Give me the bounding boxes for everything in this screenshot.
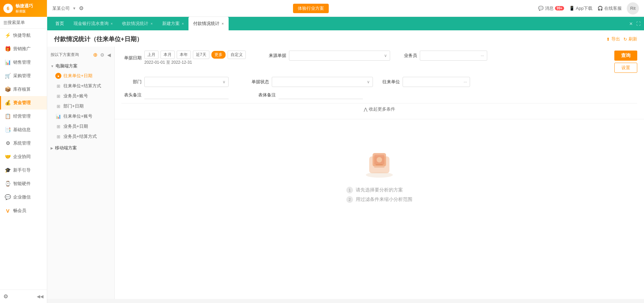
body-note-input[interactable] — [279, 91, 363, 99]
scheme-grid-icon2: ⊞ — [55, 93, 61, 99]
avatar-text: Rit — [630, 6, 636, 11]
sidebar-item-quick-nav[interactable]: ⚡ 快捷导航 — [0, 29, 47, 42]
source-select[interactable]: ∨ — [289, 51, 390, 61]
tip-number-2: 2 — [346, 196, 353, 203]
counterpart-select[interactable]: ··· — [403, 77, 470, 87]
guide-icon: 🎓 — [4, 167, 11, 174]
filter-item-source: 来源单据 ∨ — [266, 51, 390, 61]
collapse-panel-icon[interactable]: ◀ — [107, 52, 111, 58]
mobile-group-title[interactable]: ▶ 移动端方案 — [47, 143, 114, 153]
sidebar-collapse-icon[interactable]: ◀◀ — [37, 294, 43, 299]
scheme-item-staff-date[interactable]: ⊞ 业务员+日期 — [47, 121, 114, 131]
settings-button[interactable]: 设置 — [614, 63, 637, 73]
tab-home-label: 首页 — [55, 21, 64, 27]
operation-icon: 📋 — [4, 113, 11, 120]
tab-new-scheme-close[interactable]: × — [182, 22, 184, 26]
sidebar-item-marketing[interactable]: 🎁 营销推广 — [0, 42, 47, 56]
scheme-item-staff-settlement[interactable]: ⊞ 业务员+结算方式 — [47, 131, 114, 142]
desktop-group-title[interactable]: ▼ 电脑端方案 — [47, 61, 114, 71]
scheme-item-dept-date[interactable]: ⊞ 部门+日期 — [47, 101, 114, 111]
filter-row-1: 单据日期 上月 本月 本年 近7天 更多 自定义 20 — [121, 51, 637, 73]
sidebar-item-label: 采购管理 — [13, 73, 31, 79]
sidebar-item-purchase[interactable]: 🛒 采购管理 — [0, 69, 47, 83]
tab-new-scheme[interactable]: 新建方案 × — [157, 17, 188, 30]
header-note-input[interactable] — [144, 91, 229, 99]
sidebar-item-hardware[interactable]: ⌚ 智能硬件 — [0, 177, 47, 190]
sidebar-item-basic[interactable]: 📑 基础信息 — [0, 123, 47, 137]
company-name: 某某公司 — [52, 5, 70, 11]
sidebar-item-sales[interactable]: 📊 销售管理 — [0, 56, 47, 69]
tip-text-2: 用过滤条件来缩小分析范围 — [356, 196, 412, 203]
date-btn-more[interactable]: 更多 — [211, 51, 226, 59]
dropdown-arrow-icon[interactable]: ▾ — [73, 6, 76, 11]
voucher-status-dropdown-icon: ∨ — [367, 80, 370, 84]
sidebar-item-label: 企业协同 — [13, 154, 31, 160]
tab-pay-stats-close[interactable]: × — [222, 22, 224, 26]
sidebar-item-label: 经营管理 — [13, 113, 31, 119]
tab-bank-flow-close[interactable]: × — [111, 22, 113, 26]
group-label: 电脑端方案 — [56, 63, 78, 69]
sidebar-item-system[interactable]: ⚙ 系统管理 — [0, 137, 47, 150]
body-note-label: 表体备注 — [256, 92, 276, 98]
query-button[interactable]: 查询 — [614, 51, 637, 61]
top-header: 某某公司 ▾ ⚙ 体验行业方案 💬 消息 99+ 📱 App下载 🎧 在线客服 … — [47, 0, 644, 17]
staff-label: 业务员 — [397, 53, 417, 59]
message-action[interactable]: 💬 消息 99+ — [538, 5, 564, 11]
add-scheme-icon[interactable]: ⊕ — [93, 52, 97, 58]
sidebar-footer: ⚙ ◀◀ — [0, 290, 47, 303]
tab-expand-icon[interactable]: ⛶ — [636, 21, 641, 26]
scheme-item-label: 往来单位+结算方式 — [63, 83, 101, 89]
export-button[interactable]: ⬆ 导出 — [606, 36, 620, 42]
staff-select[interactable]: ··· — [420, 51, 487, 61]
tab-home[interactable]: 首页 — [51, 17, 69, 30]
try-industry-button[interactable]: 体验行业方案 — [293, 4, 329, 13]
filter-form: 单据日期 上月 本月 本年 近7天 更多 自定义 20 — [115, 47, 644, 119]
filter-item-counterpart: 往来单位 ··· — [380, 77, 470, 87]
scheme-item-label: 往来单位+账号 — [63, 113, 92, 119]
inventory-icon: 📦 — [4, 86, 11, 93]
tab-pay-stats[interactable]: 付款情况统计 × — [188, 17, 228, 30]
main-area: 某某公司 ▾ ⚙ 体验行业方案 💬 消息 99+ 📱 App下载 🎧 在线客服 … — [47, 0, 644, 303]
filter-item-body-note: 表体备注 — [256, 91, 363, 99]
content-layout: 按以下方案查询 ⊕ ⚙ ◀ ▼ 电脑端方案 ● 往来单位+日期 — [47, 47, 644, 299]
sidebar-item-guide[interactable]: 🎓 新手引导 — [0, 163, 47, 177]
refresh-button[interactable]: ↻ 刷新 — [623, 36, 637, 42]
scheme-grid-icon3: ⊞ — [55, 103, 61, 109]
tab-payment-stats[interactable]: 收款情况统计 × — [117, 17, 157, 30]
tab-close-all-icon[interactable]: ✕ — [629, 21, 633, 26]
source-dropdown-icon: ∨ — [384, 53, 387, 58]
sidebar-settings-icon[interactable]: ⚙ — [3, 293, 8, 300]
date-btn-this-month[interactable]: 本月 — [160, 51, 175, 59]
collapse-conditions-button[interactable]: ⋀ 收起更多条件 — [121, 103, 637, 115]
dept-select[interactable]: ∨ — [144, 77, 229, 87]
date-btn-last-month[interactable]: 上月 — [144, 51, 158, 59]
date-btn-this-year[interactable]: 本年 — [177, 51, 191, 59]
filter-item-staff: 业务员 ··· — [397, 51, 487, 61]
user-avatar[interactable]: Rit — [627, 2, 639, 14]
sidebar-item-finance[interactable]: 💰 资金管理 — [0, 96, 47, 110]
app-download-action[interactable]: 📱 App下载 — [569, 5, 592, 11]
date-btn-7days[interactable]: 近7天 — [193, 51, 209, 59]
settings-scheme-icon[interactable]: ⚙ — [100, 52, 105, 58]
scheme-item-unit-account[interactable]: 📊 往来单位+账号 — [47, 111, 114, 121]
sidebar-item-search[interactable]: ☰ 搜索菜单 — [0, 17, 47, 29]
desktop-scheme-group: ▼ 电脑端方案 ● 往来单位+日期 ⊞ 往来单位+结算方式 ⊞ 业务员+账号 — [47, 61, 114, 142]
voucher-status-select[interactable]: ∨ — [272, 77, 373, 87]
sidebar-item-inventory[interactable]: 📦 库存核算 — [0, 83, 47, 96]
filter-item-date: 单据日期 上月 本月 本年 近7天 更多 自定义 20 — [121, 51, 246, 65]
service-action[interactable]: 🎧 在线客服 — [597, 5, 622, 11]
quick-nav-icon: ⚡ — [4, 32, 11, 39]
sidebar-item-vip[interactable]: V 畅会员 — [0, 204, 47, 217]
scheme-item-staff-account[interactable]: ⊞ 业务员+账号 — [47, 91, 114, 101]
vip-icon: V — [4, 207, 11, 214]
date-btn-custom[interactable]: 自定义 — [228, 51, 246, 59]
header-settings-icon[interactable]: ⚙ — [79, 5, 84, 11]
sidebar-item-cooperation[interactable]: 🤝 企业协同 — [0, 150, 47, 163]
scheme-item-unit-settlement[interactable]: ⊞ 往来单位+结算方式 — [47, 81, 114, 91]
empty-state: 1 请先选择要分析的方案 2 用过滤条件来缩小分析范围 — [115, 119, 644, 230]
tab-payment-stats-close[interactable]: × — [150, 22, 152, 26]
sidebar-item-wechat[interactable]: 💬 企业微信 — [0, 190, 47, 204]
tab-bank-flow[interactable]: 现金银行流水查询 × — [69, 17, 117, 30]
sidebar-item-operation[interactable]: 📋 经营管理 — [0, 110, 47, 123]
scheme-item-unit-date[interactable]: ● 往来单位+日期 — [47, 71, 114, 81]
